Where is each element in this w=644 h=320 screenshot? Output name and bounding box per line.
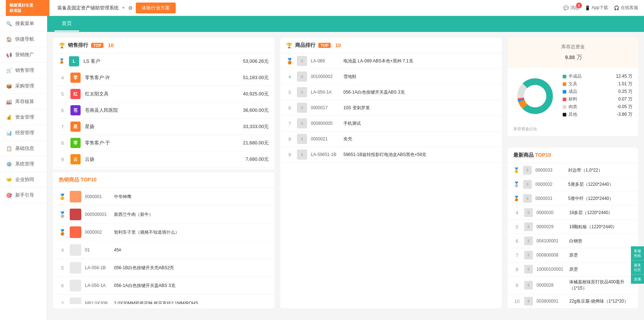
product-ranking-panel: 🏆 商品排行 TOP 10 🥉 6 LA-089 电池盖 LA-089 ABS本… <box>280 38 502 308</box>
new-product-code: 003800001 <box>537 299 566 304</box>
hot-product-code: LA-056-1B <box>85 265 110 270</box>
hot-product-name: 056-1B白色按键开关壳ABS2壳 <box>114 265 269 271</box>
hot-rank-number: 4 <box>59 247 66 253</box>
main-content: 🏆 销售排行 TOP 10 🥉 L LS 客户 53,006.26元 4 零 零… <box>47 32 644 314</box>
customer-name: 苍南县人民医院 <box>85 107 239 114</box>
customer-amount: 53,006.26元 <box>243 58 269 65</box>
product-rank-number: 6 <box>286 105 293 111</box>
medal-icon: 🥉 <box>286 58 293 65</box>
new-product-code: 0000032 <box>535 182 564 187</box>
customer-ranking-list: 🥉 L LS 客户 53,006.26元 4 零 零售客户·许 51,183.0… <box>53 53 274 169</box>
new-product-icon: 6 <box>524 237 533 245</box>
new-product-icon: 6 <box>523 166 532 175</box>
service-action[interactable]: 🎧 在线客服 <box>614 5 638 11</box>
donut-chart <box>513 74 557 118</box>
hot-thumb <box>70 191 81 202</box>
new-product-code: 0000029 <box>537 224 566 229</box>
rank-number: 9 <box>59 157 66 162</box>
new-product-code: 0000028 <box>537 283 566 288</box>
sidebar-icon-collab: 🤝 <box>6 176 12 183</box>
sidebar-label-quicknav: 快捷导航 <box>15 36 34 42</box>
sidebar-icon-quicknav: 🏠 <box>6 36 12 42</box>
product-code: LA-089 <box>311 58 340 63</box>
sidebar-item-purchase[interactable]: 📦采购管理 <box>0 78 47 94</box>
app-download-action[interactable]: 📱 App下载 <box>585 5 608 11</box>
hot-product-code: 0000001 <box>85 194 110 199</box>
customer-rank-item: 6 苍 苍南县人民医院 36,600.00元 <box>53 102 274 119</box>
sidebar-item-system[interactable]: ⚙️系统管理 <box>0 156 47 172</box>
new-product-name: 封边带（1.0*22） <box>568 167 632 173</box>
message-icon: 💬 <box>563 5 569 11</box>
sidebar-icon-inventory: 🏭 <box>6 98 12 105</box>
sidebar-item-finance[interactable]: 💰资金管理 <box>0 110 47 125</box>
customer-name: 云扬 <box>85 156 241 163</box>
new-product-item: 🥈 6 0000032 5厘多层（1220*2440） <box>508 177 638 192</box>
settings-icon[interactable]: ⚙ <box>128 5 133 11</box>
hot-product-item: 7 NB2.0X30B 2.0X30MM双搓花轴.搓花直径2.1MM/ROHS <box>53 295 274 304</box>
customer-rank-item: 9 云 云扬 7,680.00元 <box>53 151 274 168</box>
nav-tab-home[interactable]: 首页 <box>54 17 79 32</box>
hot-product-code: NB2.0X30B <box>85 301 110 304</box>
sidebar-item-quicknav[interactable]: 🏠快捷导航 <box>0 32 47 47</box>
legend-value: 1.01 万 <box>618 81 632 87</box>
hot-rank-number: 7 <box>59 301 66 304</box>
hot-product-name: 中华神鹰 <box>114 194 269 200</box>
hot-products-header: 热销商品 TOP10 <box>53 169 274 188</box>
sidebar-item-sales[interactable]: 🛒销售管理 <box>0 63 47 78</box>
hot-rank-number: 5 <box>59 265 66 271</box>
hot-product-code: 000500001 <box>85 212 110 217</box>
new-product-item: 10 6 003800001 22g鱼豆腐-烧烤味（1*12*20） <box>508 294 638 308</box>
float-button[interactable]: 客服 热线 <box>631 246 644 260</box>
product-rank-number: 8 <box>286 136 293 142</box>
new-rank-number: 4 <box>513 210 521 216</box>
new-product-code: 000800008 <box>537 253 566 258</box>
sidebar-item-basics[interactable]: 📋基础信息 <box>0 141 47 156</box>
legend-item: 材料 0.07 万 <box>563 96 632 102</box>
new-rank-number: 10 <box>513 299 521 304</box>
nav-bar: 首页 <box>47 16 644 32</box>
sidebar-item-collab[interactable]: 🤝企业协同 <box>0 172 47 188</box>
sidebar-label-inventory: 库存核算 <box>15 98 34 105</box>
sidebar-item-inventory[interactable]: 🏭库存核算 <box>0 94 47 110</box>
rank-number: 7 <box>59 124 66 130</box>
product-name: 电池盖 LA-089 ABS本色+黑种 7.1克 <box>343 58 496 64</box>
new-products-header: 最新商品 TOP10 <box>508 148 638 163</box>
new-products-list: 🥇 6 0000033 封边带（1.0*22） 🥈 6 0000032 5厘多层… <box>508 163 638 308</box>
product-rank-number: 5 <box>286 90 293 95</box>
trial-button[interactable]: 体验行业方案 <box>136 3 176 13</box>
dropdown-icon[interactable]: ▼ <box>122 6 125 10</box>
customer-amount: 7,680.00元 <box>245 156 269 163</box>
legend-dot <box>563 98 566 101</box>
new-product-item: 9 6 0000028 体械嘉枚味苏打饮品400毫升（1*15） <box>508 276 638 294</box>
medal-icon: 🥉 <box>513 196 519 201</box>
float-button[interactable]: 直播 <box>631 275 644 284</box>
sidebar-item-marketing[interactable]: 📢营销推广 <box>0 47 47 63</box>
product-rank-item: 9 6 LA-59651-1B 59651-1B旋转投影灯电池盒ABS黑色+58… <box>280 147 502 163</box>
legend-item: 其他 -3.86 万 <box>563 111 632 118</box>
hot-product-item: 🥇 0000001 中华神鹰 <box>53 188 274 206</box>
new-product-name: 白钢垫 <box>569 238 632 244</box>
customer-ranking-title: 销售排行 <box>68 42 88 49</box>
sidebar-item-guide[interactable]: 🎯新手引导 <box>0 188 47 203</box>
sidebar-label-guide: 新手引导 <box>15 192 34 198</box>
hot-product-name: 056-1A白色按键开关盖ABS 3克 <box>114 283 269 289</box>
legend-value: 0.07 万 <box>618 96 632 102</box>
right-column: 库存总资金 9.88万 <box>508 38 638 308</box>
product-ranking-title: 商品排行 <box>295 42 315 49</box>
hot-thumb <box>70 209 81 220</box>
float-button[interactable]: 服务 社区 <box>631 260 644 275</box>
customer-avatar: 零 <box>70 138 81 148</box>
sidebar-icon-purchase: 📦 <box>6 83 12 89</box>
header-system: 装备及固定资产辅助管理系统 ▼ ⚙ 体验行业方案 <box>57 3 559 13</box>
legend-value: -0.05 万 <box>617 104 632 110</box>
message-action[interactable]: 💬 消息 6 <box>563 5 579 11</box>
sidebar-item-search[interactable]: 🔍搜索菜单 <box>0 16 47 32</box>
sidebar-item-operations[interactable]: 📊经营管理 <box>0 125 47 141</box>
legend-value: 12.45 万 <box>616 73 632 79</box>
sidebar-label-purchase: 采购管理 <box>15 83 34 89</box>
hot-product-name: 45# <box>114 247 269 253</box>
hot-rank-number: 6 <box>59 283 66 288</box>
sidebar-label-sales: 销售管理 <box>15 67 34 74</box>
product-code: 0000021 <box>311 136 340 141</box>
customer-name: 红太阳文具 <box>85 91 239 97</box>
